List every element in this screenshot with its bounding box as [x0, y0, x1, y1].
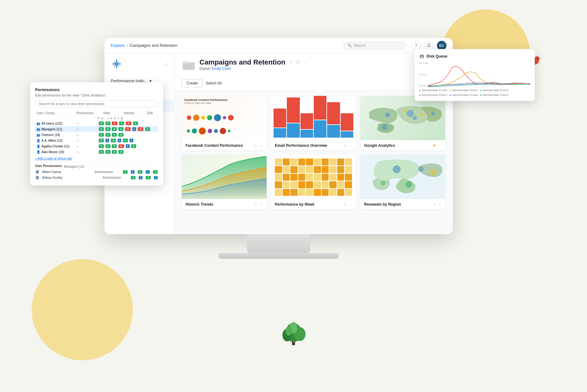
- perm-row-aa-milne[interactable]: 👤 A.A. Milne (12) ··· V I V I V I: [35, 138, 158, 143]
- permissions-subtitle: Edit permissions for the view "Clinic An…: [35, 93, 158, 97]
- monitor-stand: [247, 234, 310, 253]
- aa-milne-icon: 👤: [36, 139, 40, 142]
- aldous-role: Administrator: [103, 176, 128, 179]
- week-card-star-icon[interactable]: ☆: [344, 202, 347, 207]
- more-options-icon[interactable]: ···: [303, 59, 306, 65]
- card-historic-trends[interactable]: Historic Trends ☆ ···: [182, 155, 267, 209]
- week-card-more-icon[interactable]: ···: [349, 202, 352, 207]
- dq-legend-1: INDCBSVWAL PCXR2: [419, 89, 447, 92]
- add-rule-link[interactable]: + Add a user or group rule: [35, 157, 158, 160]
- app-header: Explore / Campaigns and Retention 🔍 Sear…: [104, 38, 453, 53]
- toolbar-row: Create Select All Content typ...: [182, 76, 445, 90]
- header-icons: ? EC: [412, 41, 446, 50]
- card-renewals-footer: Renewals by Region ☆ ···: [360, 199, 445, 209]
- card-renewals-region[interactable]: Renewals by Region ☆ ···: [360, 155, 445, 209]
- card-historic-title: Historic Trends: [186, 202, 213, 207]
- user-group-icon: 👥: [36, 122, 40, 125]
- email-card-more-icon[interactable]: ···: [349, 143, 352, 148]
- card-historic-footer: Historic Trends ☆ ···: [182, 199, 267, 209]
- albert-name: Albert Camus: [42, 170, 92, 174]
- star-icon[interactable]: ☆: [289, 59, 293, 65]
- card-week-footer: Performance by Week ☆ ···: [271, 199, 356, 209]
- email-card-star-icon[interactable]: ☆: [344, 143, 347, 148]
- svg-point-15: [382, 124, 388, 130]
- search-placeholder: Search: [354, 43, 366, 48]
- user-avatar[interactable]: EC: [437, 41, 446, 50]
- legend-label-2: INDCBSVWAL PONY4: [452, 89, 478, 92]
- historic-card-more-icon[interactable]: ···: [260, 202, 263, 207]
- perm-row-managers[interactable]: 👥 Managers (11) ··· V V V V ✕ I ✕ V: [35, 126, 158, 132]
- aldous-badge: V: [131, 176, 136, 179]
- svg-point-16: [413, 116, 417, 120]
- card-heatmap-thumbnail: [271, 155, 356, 199]
- page-title: Campaigns and Retention: [199, 58, 285, 66]
- user-permissions-section: User Permissions Managers (11) 👤 Albert …: [35, 162, 158, 180]
- disk-queue-icon: 💾: [419, 53, 425, 59]
- perm-row-agatha[interactable]: 👤 Agatha Christie (11) ··· V V V ✕ I V: [35, 143, 158, 149]
- partners-icon: 👥: [36, 133, 40, 137]
- perm-user-name: 👥 All Users (122): [35, 121, 75, 126]
- legend-dot-6: [480, 95, 482, 96]
- perm-icon-eye: 👁: [97, 117, 100, 120]
- svg-point-2: [537, 58, 539, 59]
- disk-queue-chart: 13.7 ms 7.0 ms 0.0 ms: [419, 62, 530, 87]
- perm-row-partners[interactable]: 👥 Partners (19) ··· V V V V: [35, 132, 158, 138]
- owner-row: Owner Emily Chen: [199, 66, 306, 71]
- card-more-icon[interactable]: ···: [260, 143, 263, 148]
- breadcrumb-current: Campaigns and Retention: [130, 43, 177, 48]
- alan-icon: 👤: [36, 150, 40, 154]
- svg-point-13: [407, 110, 414, 117]
- managers-icon: 👥: [36, 128, 40, 131]
- card-google-analytics[interactable]: Google Analytics ★ ···: [360, 96, 445, 150]
- aldous-avatar: 👤: [35, 175, 40, 180]
- card-facebook-thumbnail: Facebook Content Performance Posts by Ty…: [182, 96, 267, 140]
- sidebar-collapse-button[interactable]: ‹: [166, 61, 167, 66]
- notification-button[interactable]: [424, 41, 433, 50]
- card-ga-title: Google Analytics: [364, 143, 395, 148]
- renewals-card-more-icon[interactable]: ···: [438, 202, 441, 207]
- renewals-card-star-icon[interactable]: ☆: [433, 202, 436, 207]
- owner-name[interactable]: Emily Chen: [212, 66, 231, 71]
- ga-card-star-icon[interactable]: ★: [433, 143, 436, 148]
- card-week-footer-icons: ☆ ···: [344, 202, 352, 207]
- card-star-icon[interactable]: ☆: [254, 143, 258, 148]
- card-facebook-footer: Facebook Content Performance ☆ ···: [182, 140, 267, 150]
- perm-partners-name: 👥 Partners (19): [35, 132, 75, 138]
- card-renewals-thumbnail: [360, 155, 445, 199]
- breadcrumb: Explore / Campaigns and Retention: [111, 43, 338, 48]
- user-row-aldous[interactable]: 👤 Aldous Huxley Administrator V I V I: [35, 175, 158, 180]
- perm-managers-badges: V V V V ✕ I ✕ V: [97, 126, 158, 132]
- historic-card-star-icon[interactable]: ☆: [254, 202, 258, 207]
- breadcrumb-explore[interactable]: Explore: [111, 43, 125, 48]
- albert-avatar: 👤: [35, 170, 40, 174]
- svg-point-18: [420, 114, 423, 117]
- svg-point-17: [405, 109, 407, 112]
- card-email-performance[interactable]: Email Performance Overview ☆ ···: [271, 96, 356, 150]
- permissions-search-input[interactable]: [35, 100, 158, 107]
- legend-label-6: INDCBSVWAL PONY1: [483, 94, 508, 96]
- info-icon[interactable]: ⓘ: [296, 59, 300, 65]
- card-email-footer: Email Performance Overview ☆ ···: [271, 140, 356, 150]
- perm-managers-more[interactable]: ···: [75, 126, 97, 132]
- sidebar-logo-area: ‹: [104, 58, 174, 76]
- svg-point-20: [419, 167, 423, 171]
- help-button[interactable]: ?: [412, 41, 420, 50]
- dashboard-grid: Facebook Content Performance Posts by Ty…: [174, 91, 453, 214]
- main-content: Campaigns and Retention ☆ ⓘ ··· Owner Em…: [174, 53, 453, 234]
- albert-badge: V: [123, 170, 128, 174]
- card-historic-thumbnail: [182, 155, 267, 199]
- card-performance-week[interactable]: Performance by Week ☆ ···: [271, 155, 356, 209]
- perm-row-all-users[interactable]: 👥 All Users (122) ··· V V ✕ V ✕ V: [35, 121, 158, 126]
- user-row-albert[interactable]: 👤 Albert Camus Administrator V I V I V: [35, 169, 158, 175]
- legend-label-3: INDCBSVWAL PCHY6: [483, 89, 508, 92]
- disk-queue-panel: 💾 Disk Queue 13.7 ms 7.0 ms 0.0 ms: [414, 49, 535, 101]
- search-bar[interactable]: 🔍 Search: [343, 42, 407, 49]
- create-button[interactable]: Create: [182, 79, 203, 87]
- perm-user-more[interactable]: ···: [75, 121, 97, 126]
- select-all-button[interactable]: Select All: [206, 81, 221, 85]
- card-facebook-content[interactable]: Facebook Content Performance Posts by Ty…: [182, 96, 267, 150]
- content-header: Campaigns and Retention ☆ ⓘ ··· Owner Em…: [174, 53, 453, 91]
- ga-card-more-icon[interactable]: ···: [438, 143, 441, 148]
- perm-row-alan[interactable]: 👤 Alan Moore (19) ··· V V V V: [35, 149, 158, 155]
- legend-dot-4: [419, 95, 421, 96]
